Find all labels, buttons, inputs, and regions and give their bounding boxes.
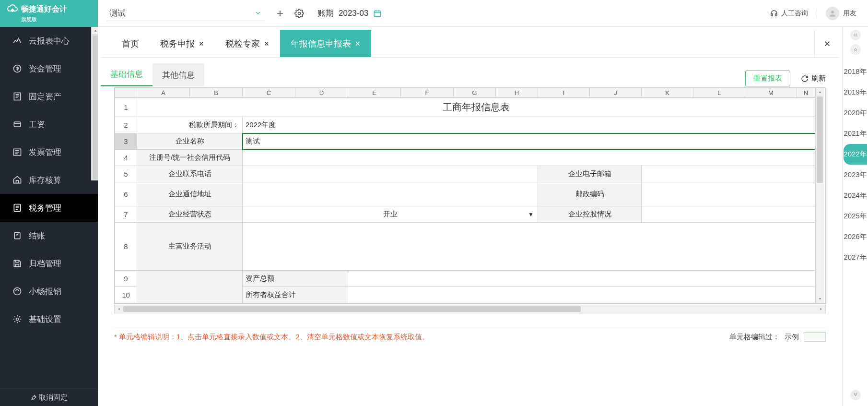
col-I[interactable]: I [538,88,590,98]
col-D[interactable]: D [295,88,348,98]
label-status[interactable]: 企业经营状态 [137,206,243,223]
sidebar-item[interactable]: 结账 [0,222,98,250]
vertical-scrollbar[interactable] [815,88,824,303]
sidebar-item[interactable]: 基础设置 [0,305,98,333]
label-phone[interactable]: 企业联系电话 [137,166,243,182]
rail-collapse-icon[interactable] [850,30,861,40]
col-K[interactable]: K [642,88,693,98]
scroll-thumb[interactable] [817,96,823,183]
rail-scroll-up-icon[interactable] [850,44,861,55]
value-postcode[interactable] [642,182,815,206]
period-value[interactable]: 2023-03 [339,9,368,18]
sidebar-item[interactable]: 发票管理 [0,138,98,166]
tab[interactable]: 税务申报✕ [150,30,215,57]
reset-button[interactable]: 重置报表 [745,71,790,86]
rowhdr-4[interactable]: 4 [115,150,137,166]
tab[interactable]: 首页 [111,30,150,57]
col-F[interactable]: F [401,88,454,98]
sidebar-item[interactable]: 云报表中心 [0,27,98,55]
col-G[interactable]: G [454,88,496,98]
value-address[interactable] [243,182,538,206]
value-company-name[interactable]: 测试 [243,133,815,150]
year-item[interactable]: 2020年 [844,103,867,123]
rowhdr-2[interactable]: 2 [115,117,137,133]
year-item[interactable]: 2023年 [844,165,867,185]
label-postcode[interactable]: 邮政编码 [538,182,642,206]
rowhdr-6[interactable]: 6 [115,182,137,206]
subtab-other[interactable]: 其他信息 [152,63,204,86]
scroll-left-icon[interactable] [115,305,123,313]
scroll-thumb[interactable] [93,36,98,179]
label-total-assets[interactable]: 资产总额 [243,271,348,287]
sidebar-item[interactable]: 小畅报销 [0,277,98,305]
scroll-up-icon[interactable] [816,88,824,96]
sidebar-collapse[interactable]: 取消固定 [0,389,98,406]
col-N[interactable]: N [797,88,815,98]
sidebar-scrollbar[interactable] [91,27,98,180]
sheet-table[interactable]: A B C D E F G H I J K L M N [115,88,815,303]
rowhdr-10[interactable]: 10 [115,287,137,303]
value-total-assets[interactable] [348,271,815,287]
company-select[interactable]: 测试 [106,6,265,21]
close-icon[interactable]: ✕ [264,40,270,48]
rail-scroll-down-icon[interactable] [850,390,861,400]
close-all-tabs[interactable] [814,30,839,57]
scroll-up-icon[interactable] [92,27,98,35]
value-reg-no[interactable] [243,150,815,166]
close-icon[interactable]: ✕ [199,40,204,48]
period-label-cell[interactable]: 税款所属期间： [137,117,243,133]
sidebar-item[interactable]: 工资 [0,110,98,138]
close-icon[interactable]: ✕ [355,40,361,48]
label-main-business[interactable]: 主营业务活动 [137,223,243,271]
rowhdr-1[interactable]: 1 [115,98,137,117]
sidebar-item[interactable]: 固定资产 [0,83,98,110]
col-C[interactable]: C [243,88,295,98]
col-M[interactable]: M [745,88,797,98]
label-email[interactable]: 企业电子邮箱 [538,166,642,182]
tab[interactable]: 税检专家✕ [215,30,280,57]
col-E[interactable]: E [348,88,401,98]
sheet-title[interactable]: 工商年报信息表 [137,98,815,117]
label-address[interactable]: 企业通信地址 [137,182,243,206]
value-main-business[interactable] [243,223,815,271]
col-L[interactable]: L [693,88,745,98]
year-item[interactable]: 2021年 [844,123,867,144]
scroll-thumb[interactable] [123,306,581,312]
add-icon[interactable] [275,9,285,18]
label-assets-group[interactable] [137,271,243,303]
horizontal-scrollbar[interactable] [114,305,826,313]
year-item[interactable]: 2019年 [844,82,867,103]
refresh-button[interactable]: 刷新 [801,74,826,83]
value-owner-equity[interactable] [348,287,815,303]
year-item[interactable]: 2027年 [844,247,867,268]
corner-cell[interactable] [115,88,137,98]
year-item[interactable]: 2024年 [844,185,867,206]
user-menu[interactable]: 用友 [826,7,856,20]
value-holding[interactable] [642,206,815,223]
year-item[interactable]: 2025年 [844,206,867,227]
value-phone[interactable] [243,166,538,182]
calendar-icon[interactable] [373,9,382,18]
sidebar-item[interactable]: 库存核算 [0,166,98,194]
rowhdr-9[interactable]: 9 [115,271,137,287]
year-item[interactable]: 2018年 [844,61,867,82]
scroll-down-icon[interactable] [816,295,824,303]
label-owner-equity[interactable]: 所有者权益合计 [243,287,348,303]
rowhdr-8[interactable]: 8 [115,223,137,271]
tab[interactable]: 年报信息申报表✕ [280,30,371,57]
col-J[interactable]: J [590,88,642,98]
col-H[interactable]: H [496,88,538,98]
scroll-right-icon[interactable] [817,305,825,313]
period-value-cell[interactable]: 2022年度 [243,117,815,133]
support-link[interactable]: 人工咨询 [770,9,808,18]
value-email[interactable] [642,166,815,182]
gear-icon[interactable] [294,9,304,18]
col-B[interactable]: B [190,88,243,98]
col-A[interactable]: A [137,88,190,98]
label-holding[interactable]: 企业控股情况 [538,206,642,223]
value-status[interactable]: 开业 ▼ [243,206,538,223]
sidebar-item[interactable]: 资金管理 [0,55,98,83]
rowhdr-7[interactable]: 7 [115,206,137,223]
subtab-basic[interactable]: 基础信息 [101,63,152,86]
rowhdr-5[interactable]: 5 [115,166,137,182]
